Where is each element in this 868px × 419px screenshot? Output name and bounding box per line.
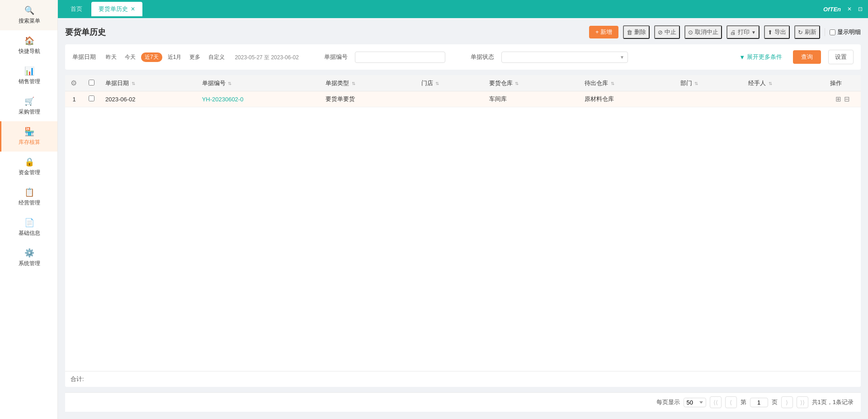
topbar: 首页 要货单历史 ✕ OfTEn ✕ ⊡ bbox=[58, 0, 868, 18]
page-header: 要货单历史 + 新增 🗑 删除 ⊘ 中止 ⊙ 取消中止 🖨 打印 bbox=[65, 25, 861, 39]
cancel-stop-button[interactable]: ⊙ 取消中止 bbox=[684, 25, 722, 39]
th-department[interactable]: 部门 ⇅ bbox=[675, 75, 743, 91]
cell-actions: ⊞ ⊟ bbox=[825, 91, 861, 107]
filter-bar: 单据日期 昨天 今天 近7天 近1月 更多 自定义 2023-05-27 至 2… bbox=[65, 44, 861, 70]
date-btn-last7[interactable]: 近7天 bbox=[141, 52, 162, 62]
export-button[interactable]: ⬆ 导出 bbox=[764, 25, 790, 39]
th-pending-warehouse[interactable]: 待出仓库 ⇅ bbox=[579, 75, 675, 91]
cancel-stop-icon: ⊙ bbox=[688, 29, 693, 36]
delete-button[interactable]: 🗑 删除 bbox=[623, 25, 650, 39]
table-footer: 合计: bbox=[65, 371, 861, 387]
date-range-text: 2023-05-27 至 2023-06-02 bbox=[235, 54, 298, 62]
date-filter-buttons: 昨天 今天 近7天 近1月 更多 自定义 bbox=[103, 52, 227, 62]
query-button[interactable]: 查询 bbox=[793, 50, 821, 64]
cell-checkbox bbox=[83, 91, 100, 107]
th-doc-date[interactable]: 单据日期 ⇅ bbox=[100, 75, 197, 91]
print-button[interactable]: 🖨 打印 ▼ bbox=[726, 25, 760, 39]
table-empty-space bbox=[65, 107, 861, 371]
data-table: ⚙ 单据日期 ⇅ 单据编号 ⇅ bbox=[65, 75, 861, 107]
th-settings: ⚙ bbox=[65, 75, 83, 91]
stop-button[interactable]: ⊘ 中止 bbox=[654, 25, 680, 39]
cell-doc-date: 2023-06-02 bbox=[100, 91, 197, 107]
sidebar-item-inventory[interactable]: 🏪 库存核算 bbox=[0, 121, 57, 152]
pagination-bar: 每页显示 20 50 100 200 ⟨⟨ ⟨ 第 页 ⟩ ⟩⟩ 共1页，1条记… bbox=[65, 392, 861, 412]
th-doc-type[interactable]: 单据类型 ⇅ bbox=[320, 75, 416, 91]
prev-page-btn[interactable]: ⟨ bbox=[725, 396, 737, 408]
cell-row-num: 1 bbox=[65, 91, 83, 107]
cell-doc-number: YH-20230602-0 bbox=[197, 91, 320, 107]
date-range-display: 2023-05-27 至 2023-06-02 bbox=[235, 53, 298, 62]
date-btn-yesterday[interactable]: 昨天 bbox=[103, 52, 119, 62]
topbar-right: OfTEn ✕ ⊡ bbox=[823, 6, 863, 13]
doc-icon: 📄 bbox=[24, 218, 34, 228]
sidebar-item-quick-nav[interactable]: 🏠 快捷导航 bbox=[0, 30, 57, 61]
settings-button[interactable]: 设置 bbox=[828, 50, 854, 64]
table-body: 1 2023-06-02 YH-20230602-0 要货单要货 车间库 原材料… bbox=[65, 91, 861, 107]
delete-icon: 🗑 bbox=[627, 29, 632, 36]
new-button[interactable]: + 新增 bbox=[589, 26, 618, 38]
th-handler[interactable]: 经手人 ⇅ bbox=[743, 75, 825, 91]
tab-close-icon[interactable]: ✕ bbox=[131, 6, 135, 12]
main-content: 首页 要货单历史 ✕ OfTEn ✕ ⊡ 要货单历史 + 新增 🗑 删除 ⊘ bbox=[58, 0, 868, 419]
sort-department-icon: ⇅ bbox=[694, 81, 698, 86]
expand-filter-btn[interactable]: ▼ 展开更多条件 bbox=[739, 53, 782, 61]
show-detail-checkbox[interactable] bbox=[830, 29, 835, 35]
th-store[interactable]: 门店 ⇅ bbox=[416, 75, 484, 91]
sort-doc-type-icon: ⇅ bbox=[352, 81, 355, 86]
next-page-btn[interactable]: ⟩ bbox=[781, 396, 793, 408]
doc-status-select-wrapper: ▼ bbox=[501, 52, 628, 63]
page-container: 要货单历史 + 新增 🗑 删除 ⊘ 中止 ⊙ 取消中止 🖨 打印 bbox=[58, 18, 868, 419]
show-detail-toggle[interactable]: 显示明细 bbox=[830, 28, 861, 36]
th-checkbox bbox=[83, 75, 100, 91]
last-page-btn[interactable]: ⟩⟩ bbox=[797, 396, 808, 408]
sidebar-item-operations-mgmt[interactable]: 📋 经营管理 bbox=[0, 182, 57, 212]
filter-row-1: 单据日期 昨天 今天 近7天 近1月 更多 自定义 2023-05-27 至 2… bbox=[72, 50, 854, 64]
table-header: ⚙ 单据日期 ⇅ 单据编号 ⇅ bbox=[65, 75, 861, 91]
edit-action-icon[interactable]: ⊞ bbox=[835, 95, 841, 103]
expand-icon: ▼ bbox=[739, 54, 745, 61]
doc-number-input[interactable] bbox=[355, 52, 445, 63]
chart-icon: 📊 bbox=[24, 66, 34, 76]
brand-label: OfTEn bbox=[823, 6, 841, 13]
footer-total-label: 合计: bbox=[71, 375, 84, 383]
th-req-warehouse[interactable]: 要货仓库 ⇅ bbox=[484, 75, 580, 91]
doc-number-link[interactable]: YH-20230602-0 bbox=[202, 96, 244, 103]
select-all-checkbox[interactable] bbox=[89, 80, 94, 86]
toolbar: + 新增 🗑 删除 ⊘ 中止 ⊙ 取消中止 🖨 打印 ▼ bbox=[589, 25, 861, 39]
page-suffix-label: 页 bbox=[772, 398, 778, 406]
action-icons: ⊞ ⊟ bbox=[830, 95, 855, 103]
row-checkbox[interactable] bbox=[89, 95, 94, 101]
more-action-icon[interactable]: ⊟ bbox=[844, 95, 850, 103]
first-page-btn[interactable]: ⟨⟨ bbox=[710, 396, 722, 408]
sidebar-item-purchase-mgmt[interactable]: 🛒 采购管理 bbox=[0, 91, 57, 121]
tab-requisition-history[interactable]: 要货单历史 ✕ bbox=[91, 2, 142, 16]
doc-status-chevron-icon: ▼ bbox=[620, 55, 624, 60]
table-settings-icon[interactable]: ⚙ bbox=[71, 79, 77, 87]
cell-pending-warehouse: 原材料仓库 bbox=[579, 91, 675, 107]
date-btn-last-month[interactable]: 近1月 bbox=[165, 52, 184, 62]
topbar-restore-btn[interactable]: ⊡ bbox=[858, 6, 863, 12]
sort-handler-icon: ⇅ bbox=[769, 81, 772, 86]
sidebar-item-basic-info[interactable]: 📄 基础信息 bbox=[0, 212, 57, 243]
page-label: 第 bbox=[741, 398, 746, 406]
sidebar-item-search-menu[interactable]: 🔍 搜索菜单 bbox=[0, 0, 57, 30]
page-input[interactable] bbox=[750, 398, 768, 407]
date-btn-custom[interactable]: 自定义 bbox=[206, 52, 227, 62]
cell-department bbox=[675, 91, 743, 107]
th-actions: 操作 bbox=[825, 75, 861, 91]
tab-home[interactable]: 首页 bbox=[63, 2, 90, 16]
sort-store-icon: ⇅ bbox=[435, 81, 439, 86]
date-btn-more[interactable]: 更多 bbox=[187, 52, 203, 62]
date-btn-today[interactable]: 今天 bbox=[122, 52, 138, 62]
topbar-close-btn[interactable]: ✕ bbox=[847, 6, 852, 12]
doc-status-input[interactable] bbox=[501, 52, 628, 63]
clipboard-icon: 📋 bbox=[24, 187, 34, 197]
per-page-select[interactable]: 20 50 100 200 bbox=[684, 398, 706, 407]
sidebar-item-system-mgmt[interactable]: ⚙️ 系统管理 bbox=[0, 243, 57, 273]
sidebar: 🔍 搜索菜单 🏠 快捷导航 📊 销售管理 🛒 采购管理 🏪 库存核算 🔒 资金管… bbox=[0, 0, 58, 419]
sidebar-item-sales-mgmt[interactable]: 📊 销售管理 bbox=[0, 61, 57, 91]
th-doc-number[interactable]: 单据编号 ⇅ bbox=[197, 75, 320, 91]
print-chevron-icon: ▼ bbox=[751, 30, 756, 35]
sidebar-item-finance-mgmt[interactable]: 🔒 资金管理 bbox=[0, 152, 57, 182]
refresh-button[interactable]: ↻ 刷新 bbox=[794, 25, 820, 39]
